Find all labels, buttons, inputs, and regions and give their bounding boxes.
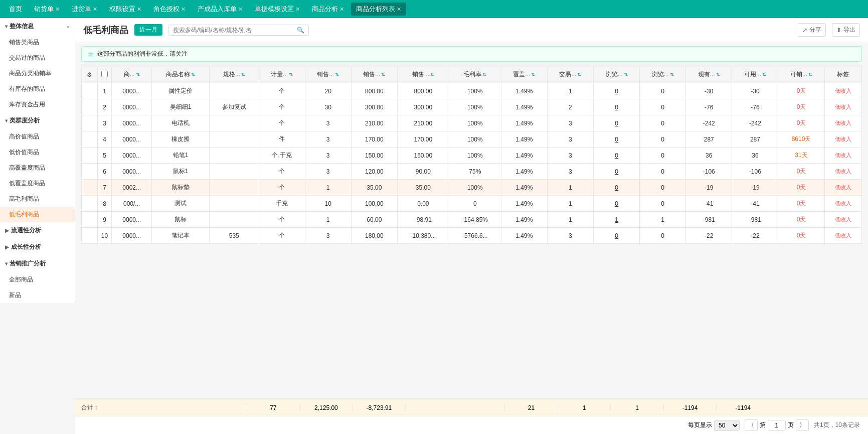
nav-home[interactable]: 首页 (4, 3, 27, 16)
nav-permission-settings[interactable]: 权限设置 ✕ (104, 3, 146, 16)
info-icon: ☆ (88, 50, 94, 58)
total-view2: 1 (610, 404, 663, 411)
view1-link[interactable]: 0 (615, 152, 618, 159)
row-unit: 个 (259, 212, 305, 228)
nav-purchase-order-close[interactable]: ✕ (93, 6, 97, 13)
th-settings[interactable]: ⚙ (82, 66, 98, 83)
sidebar-item-traded-goods[interactable]: 交易过的商品 (0, 50, 75, 66)
select-all-checkbox[interactable] (101, 71, 108, 77)
sidebar-section-liquidity[interactable]: ▶ 流通性分析 (0, 222, 75, 239)
row-view1[interactable]: 0 (594, 99, 640, 115)
th-name[interactable]: 商品名称⇅ (152, 66, 210, 83)
view1-link[interactable]: 0 (615, 200, 618, 207)
per-page-dropdown[interactable]: 50 100 200 (714, 420, 740, 431)
next-page-button[interactable]: 〉 (796, 419, 809, 431)
view1-link[interactable]: 0 (615, 104, 618, 111)
th-gross-rate[interactable]: 毛利率⇅ (449, 66, 501, 83)
nav-purchase-order[interactable]: 进货单 ✕ (67, 3, 102, 16)
row-spec (210, 212, 259, 228)
row-sales-profit: -10,380... (397, 228, 449, 244)
row-view1[interactable]: 0 (594, 196, 640, 212)
sidebar-item-all-goods[interactable]: 全部商品 (0, 272, 75, 287)
table-row: 4 0000... 橡皮擦 件 3 170.00 170.00 100% 1.4… (82, 131, 862, 148)
nav-product-analysis-close[interactable]: ✕ (339, 6, 344, 13)
sidebar-item-in-stock[interactable]: 有库存的商品 (0, 81, 75, 97)
row-view2: 0 (640, 131, 686, 148)
prev-page-button[interactable]: 〈 (745, 419, 758, 431)
table-container: ⚙ 商...⇅ 商品名称⇅ 规格...⇅ 计量...⇅ 销售...⇅ 销售...… (75, 66, 868, 398)
th-spec[interactable]: 规格...⇅ (210, 66, 259, 83)
nav-product-analysis-list[interactable]: 商品分析列表 ✕ (351, 3, 406, 16)
sidebar-item-sales-goods[interactable]: 销售类商品 (0, 35, 75, 50)
view1-link[interactable]: 0 (615, 232, 618, 239)
th-coverage[interactable]: 覆盖...⇅ (501, 66, 547, 83)
sidebar-item-high-margin[interactable]: 高毛利商品 (0, 191, 75, 207)
row-sales-amount: 180.00 (351, 228, 397, 244)
time-filter-button[interactable]: 近一月 (134, 24, 162, 36)
nav-product-analysis-list-close[interactable]: ✕ (397, 6, 401, 13)
sidebar-item-high-value[interactable]: 高价值商品 (0, 129, 75, 144)
search-input[interactable] (173, 27, 297, 34)
nav-sales-order[interactable]: 销货单 ✕ (29, 3, 65, 16)
row-view1[interactable]: 0 (594, 164, 640, 180)
search-box: 🔍 (168, 25, 309, 36)
th-available[interactable]: 可用...⇅ (732, 66, 778, 83)
sidebar-item-low-value[interactable]: 低价值商品 (0, 144, 75, 160)
view1-link[interactable]: 0 (615, 120, 618, 127)
th-view2[interactable]: 浏览...⇅ (640, 66, 686, 83)
row-spec (210, 148, 259, 164)
nav-product-analysis[interactable]: 商品分析 ✕ (307, 3, 349, 16)
row-code: 0000... (112, 99, 152, 115)
th-sales-amount[interactable]: 销售...⇅ (351, 66, 397, 83)
share-button[interactable]: ↗ 分享 (798, 23, 826, 37)
sort-icon-unit: ⇅ (289, 72, 293, 77)
th-code[interactable]: 商...⇅ (112, 66, 152, 83)
sidebar-section-marketing[interactable]: ▾ 营销推广分析 (0, 255, 75, 272)
nav-template-settings[interactable]: 单据模板设置 ✕ (250, 3, 305, 16)
total-sales-amount: 2,125.00 (299, 404, 353, 411)
collapse-btn[interactable]: « (67, 24, 70, 30)
th-transaction[interactable]: 交易...⇅ (547, 66, 593, 83)
nav-template-settings-close[interactable]: ✕ (295, 6, 300, 13)
row-view1[interactable]: 0 (594, 131, 640, 148)
row-view1[interactable]: 0 (594, 180, 640, 196)
row-view1[interactable]: 0 (594, 115, 640, 131)
th-sales-count[interactable]: 销售...⇅ (305, 66, 351, 83)
row-view1[interactable]: 1 (594, 212, 640, 228)
view1-link[interactable]: 0 (615, 136, 618, 143)
search-icon[interactable]: 🔍 (297, 27, 304, 34)
sort-icon-gross-rate: ⇅ (482, 72, 486, 77)
sidebar-item-category-rate[interactable]: 商品分类助销率 (0, 66, 75, 81)
nav-product-inbound[interactable]: 产成品入库单 ✕ (193, 3, 248, 16)
sidebar-item-high-coverage[interactable]: 高覆盖度商品 (0, 160, 75, 176)
sidebar-section-overall[interactable]: ▾ 整体信息 « (0, 18, 75, 35)
sidebar-item-capital-usage[interactable]: 库存资金占用 (0, 97, 75, 112)
sidebar-section-growth[interactable]: ▶ 成长性分析 (0, 239, 75, 255)
th-checkbox[interactable] (98, 66, 112, 83)
view1-link[interactable]: 1 (615, 216, 618, 223)
view1-link[interactable]: 0 (615, 168, 618, 175)
row-view1[interactable]: 0 (594, 228, 640, 244)
export-button[interactable]: ⬆ 导出 (832, 23, 860, 37)
page-number-input[interactable] (768, 420, 786, 430)
sidebar: ▾ 整体信息 « 销售类商品 交易过的商品 商品分类助销率 有库存的商品 库存资… (0, 18, 75, 303)
sidebar-section-cluster[interactable]: ▾ 类群度分析 (0, 112, 75, 129)
row-view1[interactable]: 0 (594, 83, 640, 99)
row-view1[interactable]: 0 (594, 148, 640, 164)
th-view1[interactable]: 浏览...⇅ (594, 66, 640, 83)
nav-permission-settings-close[interactable]: ✕ (137, 6, 141, 13)
view1-link[interactable]: 0 (615, 184, 618, 191)
th-current-stock[interactable]: 现有...⇅ (686, 66, 732, 83)
nav-product-inbound-close[interactable]: ✕ (238, 6, 243, 13)
nav-sales-order-close[interactable]: ✕ (55, 6, 60, 13)
th-saleable[interactable]: 可销...⇅ (778, 66, 824, 83)
th-unit[interactable]: 计量...⇅ (259, 66, 305, 83)
view1-link[interactable]: 0 (615, 88, 618, 95)
sidebar-item-new-goods[interactable]: 新品 (0, 287, 75, 303)
sidebar-item-low-margin[interactable]: 低毛利商品 (0, 207, 75, 222)
th-sales-profit[interactable]: 销售...⇅ (397, 66, 449, 83)
nav-role-auth[interactable]: 角色授权 ✕ (148, 3, 191, 16)
sidebar-item-low-coverage[interactable]: 低覆盖度商品 (0, 176, 75, 191)
row-sales-count: 3 (305, 148, 351, 164)
nav-role-auth-close[interactable]: ✕ (181, 6, 186, 13)
